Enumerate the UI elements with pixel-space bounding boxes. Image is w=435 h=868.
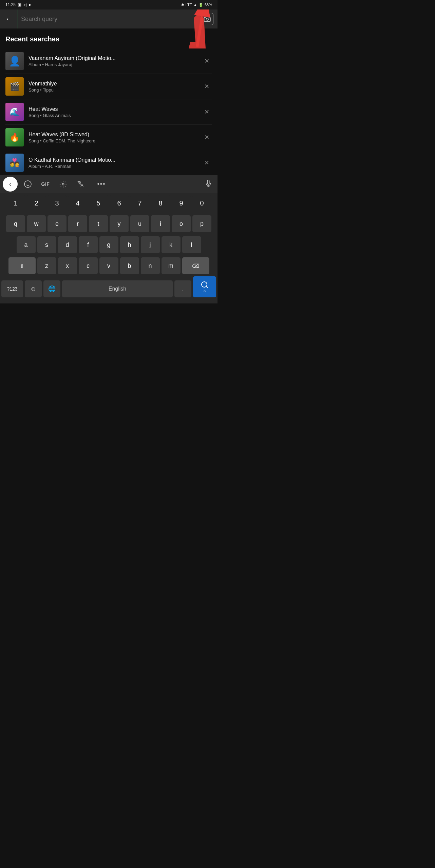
zxcv-row: ⇧ z x c v b n m ⌫ xyxy=(0,255,218,276)
camera-icon xyxy=(204,16,211,22)
key-r[interactable]: r xyxy=(68,215,87,232)
status-time: 11:25 xyxy=(5,2,16,7)
key-i[interactable]: i xyxy=(151,215,170,232)
key-9[interactable]: 9 xyxy=(172,195,191,211)
item-title-2: Venmathiye xyxy=(29,81,197,87)
keyboard-toolbar: ‹ GIF ••• xyxy=(0,175,218,193)
key-g[interactable]: g xyxy=(99,236,118,253)
key-w[interactable]: w xyxy=(27,215,46,232)
bottom-row: ?123 ☺ 🌐 English . G xyxy=(0,276,218,303)
sticker-button[interactable] xyxy=(19,177,37,192)
key-x[interactable]: x xyxy=(58,257,77,274)
signal-icon: ▲ xyxy=(193,3,197,7)
key-d[interactable]: d xyxy=(58,236,77,253)
number-row: 1 2 3 4 5 6 7 8 9 0 xyxy=(0,193,218,213)
item-info-2: Venmathiye Song • Tippu xyxy=(29,81,197,93)
key-2[interactable]: 2 xyxy=(27,195,46,211)
key-h[interactable]: h xyxy=(120,236,139,253)
key-5[interactable]: 5 xyxy=(89,195,108,211)
remove-item-1[interactable]: ✕ xyxy=(202,55,212,67)
search-result-item[interactable]: 👤 Vaaranam Aayiram (Original Motio... Al… xyxy=(5,48,212,74)
back-button[interactable]: ← xyxy=(4,13,14,25)
key-t[interactable]: t xyxy=(89,215,108,232)
qwerty-row: q w e r t y u i o p xyxy=(0,213,218,234)
space-label: English xyxy=(109,286,126,292)
key-1[interactable]: 1 xyxy=(6,195,25,211)
key-o[interactable]: o xyxy=(172,215,191,232)
shift-key[interactable]: ⇧ xyxy=(8,257,36,274)
gif-button[interactable]: GIF xyxy=(37,177,54,192)
svg-point-3 xyxy=(206,18,209,21)
search-result-item[interactable]: 💑 O Kadhal Kanmani (Original Motio... Al… xyxy=(5,150,212,175)
key-v[interactable]: v xyxy=(99,257,118,274)
item-sub-1: Album • Harris Jayaraj xyxy=(29,62,197,67)
backspace-key[interactable]: ⌫ xyxy=(182,257,209,274)
search-results-list: 👤 Vaaranam Aayiram (Original Motio... Al… xyxy=(5,48,212,175)
space-key[interactable]: English xyxy=(62,280,173,297)
item-title-1: Vaaranam Aayiram (Original Motio... xyxy=(29,55,197,61)
album-thumb-3: 🌊 xyxy=(5,103,24,121)
key-b[interactable]: b xyxy=(120,257,139,274)
camera-search-button[interactable] xyxy=(201,13,213,25)
numbers-key[interactable]: ?123 xyxy=(1,280,23,297)
remove-item-2[interactable]: ✕ xyxy=(202,80,212,93)
key-y[interactable]: y xyxy=(110,215,129,232)
item-info-5: O Kadhal Kanmani (Original Motio... Albu… xyxy=(29,157,197,169)
key-c[interactable]: c xyxy=(79,257,98,274)
remove-item-3[interactable]: ✕ xyxy=(202,105,212,118)
status-bar: 11:25 ▣ ◁ ● ✱ LTE ▲ 🔋 68% xyxy=(0,0,218,9)
key-u[interactable]: u xyxy=(130,215,149,232)
remove-item-4[interactable]: ✕ xyxy=(202,131,212,144)
search-result-item[interactable]: 🌊 Heat Waves Song • Glass Animals ✕ xyxy=(5,99,212,124)
svg-point-4 xyxy=(24,181,31,188)
key-4[interactable]: 4 xyxy=(68,195,87,211)
more-dots: ••• xyxy=(97,181,106,188)
search-result-item[interactable]: 🔥 Heat Waves (8D Slowed) Song • Coffin E… xyxy=(5,125,212,150)
keyboard: 1 2 3 4 5 6 7 8 9 0 q w e r t y u i o p … xyxy=(0,193,218,303)
key-j[interactable]: j xyxy=(141,236,160,253)
period-key[interactable]: . xyxy=(174,280,191,297)
item-info-3: Heat Waves Song • Glass Animals xyxy=(29,106,197,118)
remove-item-5[interactable]: ✕ xyxy=(202,156,212,169)
key-e[interactable]: e xyxy=(48,215,67,232)
search-key[interactable]: G xyxy=(193,276,216,297)
key-3[interactable]: 3 xyxy=(48,195,67,211)
search-input[interactable] xyxy=(18,9,198,28)
microphone-button[interactable] xyxy=(202,177,215,192)
emoji-key[interactable]: ☺ xyxy=(25,280,42,297)
item-title-5: O Kadhal Kanmani (Original Motio... xyxy=(29,157,197,163)
battery-icon: 🔋 xyxy=(198,3,203,7)
settings-button[interactable] xyxy=(54,177,72,192)
album-thumb-4: 🔥 xyxy=(5,128,24,146)
key-q[interactable]: q xyxy=(6,215,25,232)
key-f[interactable]: f xyxy=(79,236,98,253)
key-a[interactable]: a xyxy=(17,236,36,253)
key-l[interactable]: l xyxy=(182,236,201,253)
sticker-icon xyxy=(24,180,32,188)
key-z[interactable]: z xyxy=(37,257,56,274)
msg-icon: ▣ xyxy=(18,2,21,7)
key-s[interactable]: s xyxy=(37,236,56,253)
key-m[interactable]: m xyxy=(162,257,181,274)
album-thumb-5: 💑 xyxy=(5,154,24,172)
key-p[interactable]: p xyxy=(192,215,211,232)
key-8[interactable]: 8 xyxy=(151,195,170,211)
keyboard-collapse-button[interactable]: ‹ xyxy=(3,177,18,192)
key-k[interactable]: k xyxy=(162,236,181,253)
key-7[interactable]: 7 xyxy=(130,195,149,211)
album-thumb-2: 🎬 xyxy=(5,77,24,96)
svg-point-7 xyxy=(62,183,64,185)
mic-icon xyxy=(205,180,212,187)
key-n[interactable]: n xyxy=(141,257,160,274)
more-button[interactable]: ••• xyxy=(93,177,110,192)
globe-key[interactable]: 🌐 xyxy=(43,280,60,297)
album-thumb-1: 👤 xyxy=(5,52,24,70)
search-result-item[interactable]: 🎬 Venmathiye Song • Tippu ✕ xyxy=(5,74,212,99)
status-left: 11:25 ▣ ◁ ● xyxy=(5,2,31,7)
key-6[interactable]: 6 xyxy=(110,195,129,211)
search-header: ← xyxy=(0,9,218,28)
translate-button[interactable] xyxy=(72,177,90,192)
key-0[interactable]: 0 xyxy=(192,195,211,211)
item-sub-2: Song • Tippu xyxy=(29,87,197,93)
network-type: LTE xyxy=(186,3,192,7)
